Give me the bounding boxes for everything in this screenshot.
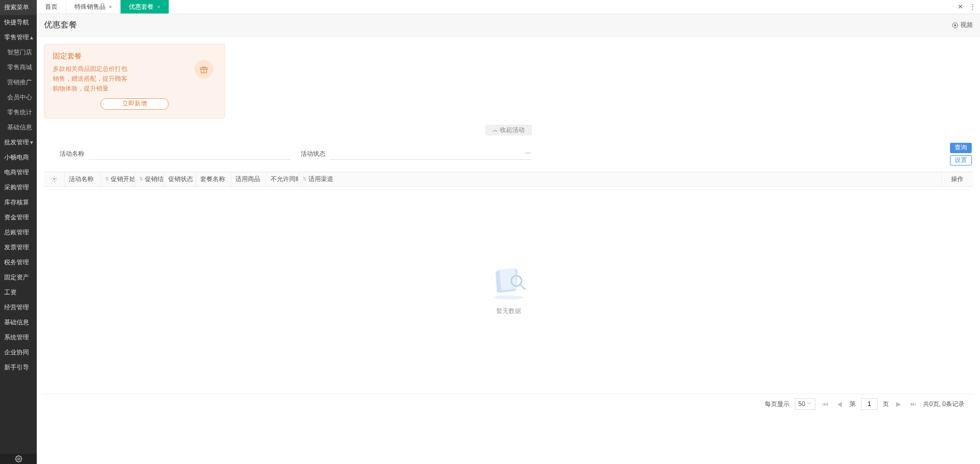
chevron-down-icon: ▼ bbox=[29, 140, 34, 145]
tab-bar: 首页 特殊销售品× 优惠套餐× ✕ ⋮ bbox=[37, 0, 980, 14]
promo-card-fixed-combo: 固定套餐 多款相关商品固定总价打包销售，赠送搭配，提升顾客购物体验，提升销量 立… bbox=[44, 44, 225, 118]
tab-label: 首页 bbox=[45, 3, 57, 11]
th-disallow[interactable]: 不允许同时... bbox=[266, 172, 299, 186]
settings-button[interactable]: 设置 bbox=[950, 155, 972, 166]
filter-label-name: 活动名称 bbox=[60, 149, 84, 158]
promo-title: 固定套餐 bbox=[53, 52, 216, 61]
tabbar-close-button[interactable]: ✕ bbox=[955, 2, 966, 12]
chevron-down-icon: ﹀ bbox=[807, 400, 812, 408]
empty-illustration-icon bbox=[488, 264, 529, 301]
chevron-down-icon: ﹀ bbox=[525, 149, 531, 158]
filter-row: 活动名称 活动状态 ﹀ 查询 设置 bbox=[44, 141, 973, 172]
sidebar-sub-marketing[interactable]: 营销推广 bbox=[0, 75, 37, 90]
gear-icon bbox=[15, 455, 22, 462]
sidebar-item-inventory[interactable]: 库存核算 bbox=[0, 195, 37, 210]
video-link[interactable]: 视频 bbox=[952, 21, 973, 29]
sidebar-group-label: 零售管理 bbox=[4, 33, 29, 42]
sidebar-item-ecom[interactable]: 电商管理 bbox=[0, 165, 37, 180]
query-button[interactable]: 查询 bbox=[950, 143, 972, 153]
sidebar-item-salary[interactable]: 工资 bbox=[0, 285, 37, 300]
tab-combo[interactable]: 优惠套餐× bbox=[121, 0, 169, 13]
th-start-time[interactable]: ⇅促销开始... bbox=[101, 172, 135, 186]
per-page-label: 每页显示 bbox=[765, 400, 790, 409]
main: 首页 特殊销售品× 优惠套餐× ✕ ⋮ 优惠套餐 视频 固定套餐 多款相关商品固… bbox=[37, 0, 980, 464]
sidebar-item-fixed-assets[interactable]: 固定资产 bbox=[0, 270, 37, 285]
video-link-label: 视频 bbox=[960, 21, 973, 29]
svg-point-0 bbox=[18, 458, 20, 460]
tab-home[interactable]: 首页 bbox=[37, 0, 66, 13]
sidebar-item-system[interactable]: 系统管理 bbox=[0, 330, 37, 345]
chevron-up-icon: ▲ bbox=[29, 35, 34, 40]
sort-icon: ⇅ bbox=[139, 177, 143, 182]
th-goods[interactable]: 适用商品 bbox=[231, 172, 266, 186]
tabbar-more-button[interactable]: ⋮ bbox=[968, 2, 978, 12]
th-operation: 操作 bbox=[942, 172, 973, 186]
tab-label: 优惠套餐 bbox=[129, 3, 154, 11]
sidebar-sub-retail-stat[interactable]: 零售统计 bbox=[0, 105, 37, 120]
sidebar-group-retail[interactable]: 零售管理 ▲ bbox=[0, 30, 37, 45]
sidebar-item-operation[interactable]: 经营管理 bbox=[0, 300, 37, 315]
last-page-button[interactable]: ⏭ bbox=[909, 399, 918, 409]
th-combo-name[interactable]: 套餐名称 bbox=[196, 172, 231, 186]
next-page-button[interactable]: ▶ bbox=[894, 399, 903, 409]
sidebar-item-ledger[interactable]: 总账管理 bbox=[0, 225, 37, 240]
tab-label: 特殊销售品 bbox=[75, 3, 106, 11]
sidebar-item-finance[interactable]: 资金管理 bbox=[0, 210, 37, 225]
page-input[interactable] bbox=[861, 398, 878, 410]
sidebar-settings[interactable] bbox=[0, 454, 37, 464]
sidebar-sub-retail-mall[interactable]: 零售商城 bbox=[0, 60, 37, 75]
svg-point-6 bbox=[53, 178, 55, 180]
sidebar-item-invoice[interactable]: 发票管理 bbox=[0, 240, 37, 255]
sidebar-item-basic2[interactable]: 基础信息 bbox=[0, 315, 37, 330]
collapse-activities-button[interactable]: ︽ 收起活动 bbox=[485, 125, 532, 136]
th-activity-name[interactable]: 活动名称 bbox=[65, 172, 101, 186]
svg-marker-2 bbox=[955, 24, 956, 26]
close-icon[interactable]: × bbox=[157, 4, 160, 10]
sidebar-search[interactable]: 搜索菜单 bbox=[0, 0, 37, 15]
activity-name-input[interactable] bbox=[88, 148, 290, 160]
activity-status-select[interactable]: ﹀ bbox=[330, 148, 531, 160]
pager-summary: 共0页, 0条记录 bbox=[923, 400, 964, 409]
sidebar-group-wholesale[interactable]: 批发管理 ▼ bbox=[0, 135, 37, 150]
promo-desc: 多款相关商品固定总价打包销售，赠送搭配，提升顾客购物体验，提升销量 bbox=[53, 64, 130, 94]
page-title: 优惠套餐 bbox=[44, 20, 77, 31]
content-area: 固定套餐 多款相关商品固定总价打包销售，赠送搭配，提升顾客购物体验，提升销量 立… bbox=[37, 37, 980, 464]
page-header: 优惠套餐 视频 bbox=[37, 14, 980, 37]
sidebar-item-collab[interactable]: 企业协同 bbox=[0, 345, 37, 360]
table-settings-button[interactable] bbox=[44, 172, 65, 186]
empty-text: 暂无数据 bbox=[496, 307, 521, 316]
sort-icon: ⇅ bbox=[303, 177, 307, 182]
sidebar-sub-basic[interactable]: 基础信息 bbox=[0, 120, 37, 135]
sidebar-group-label: 批发管理 bbox=[4, 138, 29, 147]
filter-label-status: 活动状态 bbox=[301, 149, 325, 158]
per-page-value: 50 bbox=[798, 400, 805, 408]
chevron-up-icon: ︽ bbox=[493, 126, 498, 133]
create-combo-button[interactable]: 立即新增 bbox=[100, 98, 169, 110]
tab-special-sale[interactable]: 特殊销售品× bbox=[66, 0, 121, 13]
close-icon[interactable]: × bbox=[109, 4, 112, 10]
sidebar-item-tax[interactable]: 税务管理 bbox=[0, 255, 37, 270]
th-end-time[interactable]: ⇅促销结束... bbox=[135, 172, 164, 186]
sidebar-item-purchase[interactable]: 采购管理 bbox=[0, 180, 37, 195]
th-channel[interactable]: ⇅适用渠道 bbox=[299, 172, 942, 186]
empty-state: 暂无数据 bbox=[44, 187, 973, 394]
sidebar-sub-member[interactable]: 会员中心 bbox=[0, 90, 37, 105]
sidebar: 搜索菜单 快捷导航 零售管理 ▲ 智慧门店 零售商城 营销推广 会员中心 零售统… bbox=[0, 0, 37, 464]
sort-icon: ⇅ bbox=[105, 177, 109, 182]
gear-icon bbox=[51, 176, 57, 182]
sidebar-quicknav[interactable]: 快捷导航 bbox=[0, 15, 37, 30]
sidebar-item-xc-ecom[interactable]: 小畅电商 bbox=[0, 150, 37, 165]
page-suffix: 页 bbox=[883, 400, 889, 409]
table-header: 活动名称 ⇅促销开始... ⇅促销结束... 促销状态 套餐名称 适用商品 不允… bbox=[44, 172, 973, 187]
gift-icon bbox=[195, 60, 213, 79]
th-promo-status[interactable]: 促销状态 bbox=[164, 172, 196, 186]
first-page-button[interactable]: ⏮ bbox=[821, 399, 830, 409]
sidebar-sub-smart-store[interactable]: 智慧门店 bbox=[0, 45, 37, 60]
activity-table: 活动名称 ⇅促销开始... ⇅促销结束... 促销状态 套餐名称 适用商品 不允… bbox=[44, 172, 973, 394]
page-prefix: 第 bbox=[850, 400, 856, 409]
svg-point-7 bbox=[493, 295, 524, 300]
per-page-select[interactable]: 50 ﹀ bbox=[795, 398, 815, 410]
prev-page-button[interactable]: ◀ bbox=[835, 399, 844, 409]
sidebar-item-guide[interactable]: 新手引导 bbox=[0, 360, 37, 375]
collapse-label: 收起活动 bbox=[500, 126, 525, 134]
